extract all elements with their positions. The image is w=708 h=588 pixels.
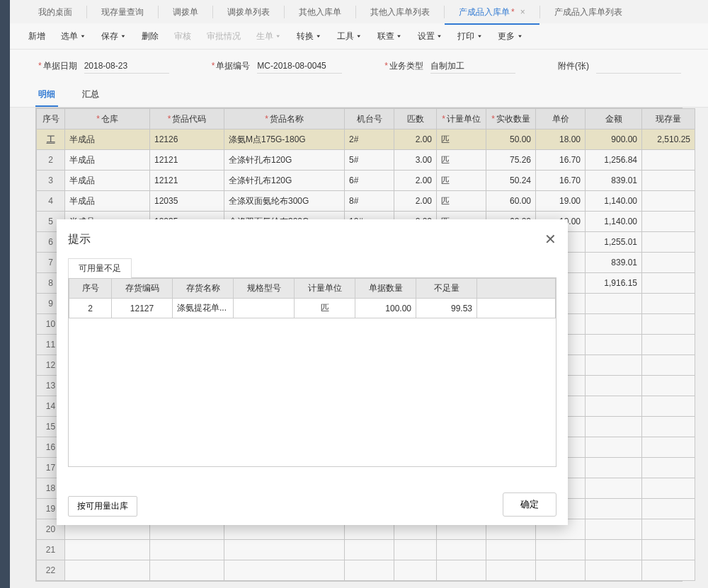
dialog-grid-header[interactable]: 存货编码 (112, 279, 173, 299)
dialog-table-row[interactable]: 212127涤氨提花单...匹100.0099.53 (69, 299, 556, 318)
out-by-available-button[interactable]: 按可用量出库 (68, 496, 137, 517)
dialog-tab[interactable]: 可用量不足 (68, 258, 132, 278)
dialog-grid-header[interactable]: 单据数量 (355, 279, 416, 299)
dialog-grid-header[interactable]: 序号 (69, 279, 112, 299)
ok-button[interactable]: 确定 (503, 492, 556, 517)
dialog-title: 提示 (68, 232, 91, 247)
close-icon[interactable]: ✕ (544, 231, 556, 248)
dialog-insufficient: 提示 ✕ 可用量不足 序号存货编码存货名称规格型号计量单位单据数量不足量 212… (57, 219, 568, 525)
dialog-grid-header[interactable]: 不足量 (416, 279, 477, 299)
dialog-grid-header[interactable]: 计量单位 (295, 279, 355, 299)
dialog-grid-header[interactable]: 存货名称 (173, 279, 234, 299)
modal-overlay: 提示 ✕ 可用量不足 序号存货编码存货名称规格型号计量单位单据数量不足量 212… (10, 0, 708, 588)
dialog-grid-header[interactable]: 规格型号 (234, 279, 295, 299)
dialog-grid: 序号存货编码存货名称规格型号计量单位单据数量不足量 212127涤氨提花单...… (68, 277, 556, 467)
